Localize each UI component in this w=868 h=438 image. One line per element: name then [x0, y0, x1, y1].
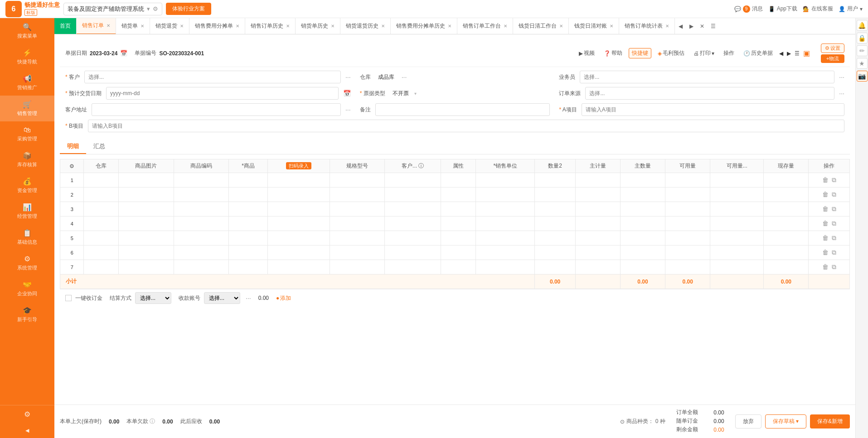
th-current-qty[interactable]: 现存量 [764, 159, 809, 173]
row-main-measure[interactable] [575, 245, 620, 260]
row-customer-info[interactable] [385, 188, 441, 202]
row-current-qty[interactable] [764, 188, 809, 202]
row-warehouse[interactable] [84, 231, 119, 245]
tab-home[interactable]: 首页 [54, 18, 77, 34]
salesperson-more-icon[interactable]: ··· [839, 73, 844, 81]
account-more-icon[interactable]: ··· [246, 294, 251, 302]
tab-sales_order_history[interactable]: 销售订单历史✕ [245, 18, 296, 34]
tab-close-btn[interactable]: ✕ [381, 24, 385, 29]
row-qty2[interactable] [535, 202, 575, 217]
row-scan[interactable] [267, 217, 330, 231]
th-customer-info[interactable]: 客户... ⓘ [385, 159, 441, 173]
row-copy-icon[interactable]: ⧉ [832, 220, 836, 227]
system-title[interactable]: 装备及固定资产辅助管理系统 ▾ ⚙ [63, 3, 162, 15]
sidebar-item-purchase[interactable]: 🛍采购管理 [0, 121, 54, 147]
row-main-measure[interactable] [575, 260, 620, 274]
sub-tab-detail[interactable]: 明细 [60, 140, 86, 154]
row-avail-qty[interactable] [665, 245, 710, 260]
th-main-qty[interactable]: 主数量 [620, 159, 665, 173]
tab-next-button[interactable]: ▶ [686, 18, 697, 34]
row-sales-unit[interactable] [476, 173, 535, 188]
right-panel-btn-1[interactable]: 🔔 [857, 20, 868, 31]
tab-close-btn[interactable]: ✕ [610, 24, 613, 29]
operate-button[interactable]: 操作 [721, 48, 737, 58]
row-delete-icon[interactable]: 🗑 [822, 176, 829, 183]
th-spec[interactable]: 规格型号 [330, 159, 385, 173]
row-qty2[interactable] [535, 173, 575, 188]
sidebar-item-inventory[interactable]: 📦库存核算 [0, 147, 54, 173]
row-customer-info[interactable] [385, 260, 441, 274]
tab-sales_return[interactable]: 销货退货✕ [150, 18, 189, 34]
tab-close-btn[interactable]: ✕ [141, 24, 144, 29]
row-qty2[interactable] [535, 260, 575, 274]
sidebar-item-system[interactable]: ⚙系统管理 [0, 250, 54, 276]
message-icon[interactable]: 💬 9 消息 [734, 5, 763, 13]
row-avail-qty2[interactable] [710, 245, 764, 260]
row-scan[interactable] [267, 173, 330, 188]
row-product[interactable] [229, 188, 267, 202]
row-product-code[interactable] [174, 188, 229, 202]
tab-cashgoods_reconcile[interactable]: 钱货日清对账✕ [569, 18, 619, 34]
tab-close-all-button[interactable]: ✕ [697, 18, 708, 34]
help-button[interactable]: ❓ 帮助 [601, 48, 625, 58]
row-current-qty[interactable] [764, 202, 809, 217]
remark-input[interactable] [375, 103, 550, 116]
row-avail-qty2[interactable] [710, 173, 764, 188]
settlement-select[interactable]: 选择... [135, 292, 171, 304]
row-sales-unit[interactable] [476, 245, 535, 260]
row-main-qty[interactable] [620, 231, 665, 245]
add-logistics-button[interactable]: +物流 [821, 54, 844, 63]
sidebar-item-guide[interactable]: 🎓新手引导 [0, 302, 54, 327]
row-product-code[interactable] [174, 173, 229, 188]
row-delete-icon[interactable]: 🗑 [822, 205, 829, 212]
sidebar-item-search[interactable]: 🔍搜索菜单 [0, 18, 54, 44]
expand-icon[interactable]: ▣ [803, 49, 810, 58]
th-scan[interactable]: 扫码录入 [267, 159, 330, 173]
row-spec[interactable] [330, 173, 385, 188]
sidebar-item-enterprise[interactable]: 🤝企业协同 [0, 276, 54, 302]
calendar-icon[interactable]: 📅 [120, 50, 127, 57]
row-attribute[interactable] [441, 245, 476, 260]
row-spec[interactable] [330, 188, 385, 202]
print-button[interactable]: 🖨 打印 ▾ [691, 48, 717, 58]
view-button[interactable]: ▶ 视频 [576, 48, 597, 58]
row-customer-info[interactable] [385, 202, 441, 217]
row-product[interactable] [229, 217, 267, 231]
row-main-qty[interactable] [620, 173, 665, 188]
row-sales-unit[interactable] [476, 260, 535, 274]
th-attribute[interactable]: 属性 [441, 159, 476, 173]
row-product-image[interactable] [119, 202, 174, 217]
row-copy-icon[interactable]: ⧉ [832, 191, 836, 198]
tab-menu-button[interactable]: ☰ [708, 18, 718, 34]
right-panel-btn-3[interactable]: ✏ [857, 45, 868, 56]
row-customer-info[interactable] [385, 173, 441, 188]
row-main-measure[interactable] [575, 217, 620, 231]
th-avail-qty[interactable]: 可用量 [665, 159, 710, 173]
row-attribute[interactable] [441, 217, 476, 231]
row-avail-qty2[interactable] [710, 231, 764, 245]
tab-close-btn[interactable]: ✕ [504, 24, 507, 29]
sidebar-settings[interactable]: ⚙ [0, 405, 54, 423]
row-main-qty[interactable] [620, 260, 665, 274]
row-spec[interactable] [330, 202, 385, 217]
order-source-more-icon[interactable]: ··· [839, 90, 844, 97]
shortcut-button[interactable]: 快捷键 [629, 48, 651, 58]
right-panel-btn-2[interactable]: 🔒 [857, 33, 868, 43]
one-click-checkbox[interactable] [65, 295, 72, 301]
customer-more-icon[interactable]: ··· [345, 73, 351, 81]
profit-button[interactable]: ◈ 毛利预估 [655, 48, 687, 58]
tab-sales_expense[interactable]: 销售费用分摊单✕ [189, 18, 245, 34]
row-product-image[interactable] [119, 245, 174, 260]
right-panel-btn-4[interactable]: ★ [857, 58, 868, 69]
row-main-qty[interactable] [620, 188, 665, 202]
sidebar-item-finance[interactable]: 💰资金管理 [0, 173, 54, 198]
sidebar-item-quick[interactable]: ⚡快捷导航 [0, 44, 54, 70]
discard-button[interactable]: 放弃 [735, 414, 761, 428]
tab-close-btn[interactable]: ✕ [236, 24, 239, 29]
row-scan[interactable] [267, 245, 330, 260]
row-avail-qty2[interactable] [710, 188, 764, 202]
b-project-input[interactable] [88, 120, 844, 132]
th-avail-qty2[interactable]: 可用量... [710, 159, 764, 173]
row-copy-icon[interactable]: ⧉ [832, 205, 836, 212]
tab-sales_order_stats[interactable]: 销售订单统计表✕ [619, 18, 675, 34]
